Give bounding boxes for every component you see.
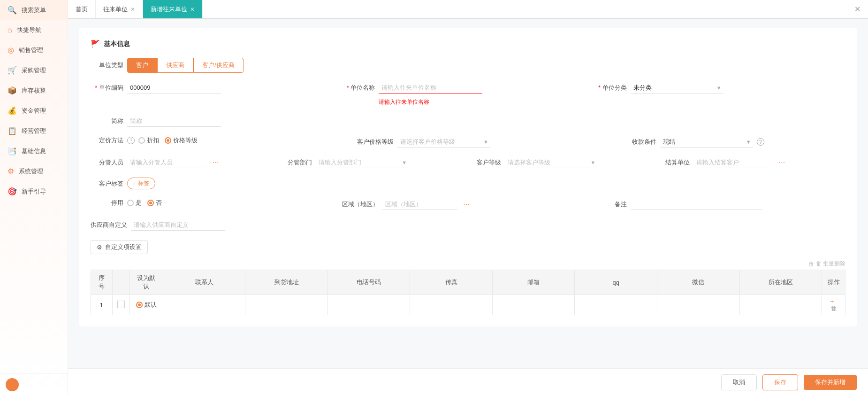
- short-name-input[interactable]: [127, 116, 221, 127]
- manager-label: 分管人员: [91, 158, 123, 167]
- unit-name-input[interactable]: [379, 82, 482, 93]
- region-more-btn[interactable]: ···: [461, 200, 471, 209]
- unit-code-input[interactable]: [127, 82, 221, 93]
- window-close-button[interactable]: ✕: [847, 5, 868, 14]
- purchase-icon: 🛒: [8, 66, 17, 75]
- sidebar-item-label: 经营管理: [22, 127, 46, 135]
- tab-new-counterparty[interactable]: 新增往来单位 ✕: [143, 0, 203, 18]
- address-input[interactable]: [250, 302, 323, 309]
- default-radio[interactable]: 默认: [135, 301, 158, 309]
- row-add-btn[interactable]: +: [830, 298, 834, 305]
- section-title-text: 基本信息: [104, 40, 130, 48]
- home-icon: ⌂: [8, 26, 12, 34]
- unit-type-buttons: 客户 供应商 客户/供应商: [127, 58, 244, 73]
- supplier-custom-label: 供应商自定义: [91, 221, 127, 229]
- sidebar-item-label: 新手引导: [22, 187, 46, 196]
- manager-input[interactable]: [127, 157, 207, 168]
- settlement-unit-more-btn[interactable]: ···: [777, 158, 787, 167]
- discount-radio-circle: [138, 137, 145, 144]
- cell-region[interactable]: [739, 295, 822, 315]
- settlement-unit-input[interactable]: [693, 157, 773, 168]
- region-input[interactable]: [382, 199, 457, 210]
- tab-counterparty-close[interactable]: ✕: [130, 6, 135, 13]
- unit-type-supplier-btn[interactable]: 供应商: [157, 58, 193, 73]
- unit-type-customer-btn[interactable]: 客户: [127, 58, 157, 73]
- payment-terms-help-icon[interactable]: ?: [757, 138, 764, 146]
- sidebar-item-label: 采购管理: [22, 66, 46, 75]
- pricing-method-group: 定价方法 ? 折扣 价格等级: [91, 136, 357, 145]
- add-tag-button[interactable]: + 标签: [127, 178, 155, 189]
- sidebar-item-search[interactable]: 🔍 搜索菜单: [0, 0, 68, 20]
- price-level-radio-circle: [165, 137, 171, 144]
- cancel-button[interactable]: 取消: [721, 374, 757, 390]
- sidebar-item-purchase[interactable]: 🛒 采购管理: [0, 60, 68, 80]
- unit-type-both-btn[interactable]: 客户/供应商: [193, 58, 244, 73]
- remark-input[interactable]: [631, 199, 762, 210]
- pricing-level-radio[interactable]: 价格等级: [165, 136, 198, 145]
- tab-counterparty-label: 往来单位: [103, 5, 128, 14]
- unit-category-select[interactable]: [631, 82, 723, 93]
- sidebar-item-sales[interactable]: ◎ 销售管理: [0, 40, 68, 60]
- sidebar-item-finance[interactable]: 💰 资金管理: [0, 101, 68, 121]
- batch-delete-label[interactable]: 🗑 批量删除: [816, 260, 845, 268]
- sidebar-item-system[interactable]: ⚙ 系统管理: [0, 161, 68, 181]
- tab-home[interactable]: 首页: [68, 0, 96, 18]
- col-wechat: 微信: [657, 270, 740, 295]
- payment-terms-select[interactable]: [660, 136, 753, 148]
- sidebar-item-label: 库存核算: [22, 86, 46, 95]
- disabled-radio-group: 是 否: [127, 199, 162, 207]
- pricing-help-icon[interactable]: ?: [127, 137, 135, 144]
- row-delete-btn[interactable]: 🗑: [830, 305, 837, 312]
- fax-input[interactable]: [415, 302, 487, 309]
- department-select[interactable]: [316, 157, 409, 168]
- inventory-icon: 📦: [8, 86, 17, 95]
- col-phone: 电话号码: [327, 270, 410, 295]
- manager-more-btn[interactable]: ···: [211, 158, 221, 167]
- save-button[interactable]: 保存: [762, 374, 798, 390]
- phone-input[interactable]: [333, 302, 405, 309]
- tab-counterparty[interactable]: 往来单位 ✕: [96, 0, 143, 18]
- custom-settings-label: 自定义项设置: [105, 243, 142, 251]
- cell-contact[interactable]: [163, 295, 245, 315]
- cell-address[interactable]: [245, 295, 328, 315]
- sidebar-item-basic[interactable]: 📑 基础信息: [0, 141, 68, 161]
- cell-qq[interactable]: [575, 295, 657, 315]
- sidebar-item-inventory[interactable]: 📦 库存核算: [0, 80, 68, 101]
- form-card: 🚩 基本信息 单位类型 客户 供应商 客户/供应商 单位编码: [79, 28, 857, 326]
- save-new-button[interactable]: 保存并新增: [804, 375, 857, 390]
- wechat-input[interactable]: [662, 302, 735, 309]
- payment-terms-wrapper: ▼: [660, 136, 753, 148]
- col-default: 设为默认: [129, 270, 163, 295]
- cell-email[interactable]: [492, 295, 575, 315]
- region-input-cell[interactable]: [745, 302, 817, 309]
- cell-checkbox[interactable]: [112, 295, 129, 315]
- disabled-no-radio[interactable]: 否: [147, 199, 162, 207]
- tab-new-counterparty-close[interactable]: ✕: [190, 6, 195, 13]
- sidebar-item-guide[interactable]: 🎯 新手引导: [0, 181, 68, 202]
- customer-price-level-label: 客户价格等级: [357, 138, 394, 146]
- email-input[interactable]: [497, 302, 570, 309]
- row-checkbox[interactable]: [117, 301, 125, 308]
- custom-settings-button[interactable]: ⚙ 自定义项设置: [91, 240, 148, 254]
- sidebar-item-operations[interactable]: 📋 经营管理: [0, 121, 68, 141]
- pricing-discount-radio[interactable]: 折扣: [138, 136, 159, 145]
- contacts-table: 序号 设为默认 联系人 到货地址 电话号码 传真 邮箱 qq 微信 所在地区 操…: [91, 270, 845, 315]
- cell-default: 默认: [129, 295, 163, 315]
- qq-input[interactable]: [579, 302, 652, 309]
- disabled-yes-radio[interactable]: 是: [127, 199, 142, 207]
- department-wrapper: ▼: [316, 157, 409, 168]
- payment-terms-label: 收款条件: [624, 138, 656, 146]
- supplier-custom-input[interactable]: [131, 219, 225, 231]
- unit-code-group: 单位编码: [91, 82, 342, 93]
- customer-level-select[interactable]: [505, 157, 598, 168]
- customer-price-level-select[interactable]: [397, 136, 490, 148]
- col-checkbox: [112, 270, 129, 295]
- tab-home-label: 首页: [76, 5, 88, 14]
- disabled-region-row: 停用 是 否 区域（地区） ···: [91, 199, 845, 210]
- sidebar-item-quicknav[interactable]: ⌂ 快捷导航: [0, 20, 68, 40]
- cell-wechat[interactable]: [657, 295, 740, 315]
- contact-input[interactable]: [168, 302, 241, 309]
- cell-fax[interactable]: [410, 295, 493, 315]
- cell-phone[interactable]: [327, 295, 410, 315]
- sidebar-item-label: 基础信息: [22, 147, 46, 155]
